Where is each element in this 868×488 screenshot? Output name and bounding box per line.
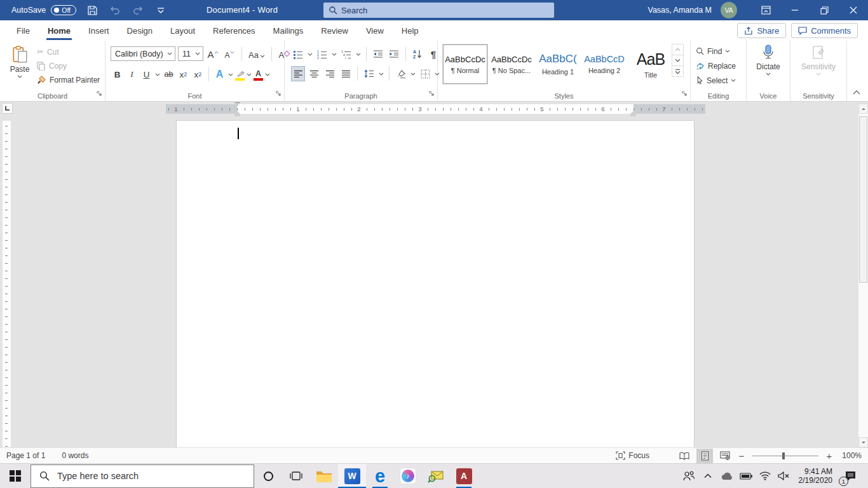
underline-menu[interactable] xyxy=(154,73,161,76)
comments-button[interactable]: Comments xyxy=(791,23,858,38)
highlight-button[interactable] xyxy=(235,67,245,82)
tab-file[interactable]: File xyxy=(8,20,39,41)
style-no-spacing[interactable]: AaBbCcDc ¶ No Spac... xyxy=(489,44,534,84)
share-button[interactable]: Share xyxy=(737,23,786,38)
tab-help[interactable]: Help xyxy=(393,20,428,41)
task-view-button[interactable] xyxy=(282,464,310,488)
find-button[interactable]: Find xyxy=(696,44,736,58)
numbering-button[interactable]: 123 xyxy=(315,46,329,62)
undo-button[interactable] xyxy=(108,3,122,18)
copy-button[interactable]: Copy xyxy=(37,59,67,72)
mail-search-taskbar-button[interactable] xyxy=(422,464,450,488)
numbering-menu[interactable] xyxy=(331,53,337,56)
replace-button[interactable]: bc Replace xyxy=(696,59,736,72)
sensitivity-button[interactable]: Sensitivity xyxy=(790,43,846,76)
restore-button[interactable] xyxy=(810,0,839,20)
search-box[interactable]: Search xyxy=(323,3,554,18)
file-explorer-button[interactable] xyxy=(310,464,338,488)
taskbar-clock[interactable]: 9:41 AM 2/19/2020 xyxy=(794,467,837,485)
tab-home[interactable]: Home xyxy=(39,20,79,41)
font-color-menu[interactable] xyxy=(264,73,271,76)
align-center-button[interactable] xyxy=(307,66,321,81)
access-taskbar-button[interactable]: A xyxy=(450,464,478,488)
autosave-toggle[interactable]: AutoSave Off xyxy=(11,5,76,15)
shading-button[interactable] xyxy=(394,66,408,81)
superscript-button[interactable]: x2 xyxy=(191,67,205,82)
web-layout-button[interactable] xyxy=(717,449,733,463)
action-center-button[interactable]: 1 xyxy=(837,464,863,488)
justify-button[interactable] xyxy=(339,66,353,81)
styles-dialog-launcher[interactable] xyxy=(681,88,688,99)
style-title[interactable]: AaB Title xyxy=(628,44,673,84)
styles-scroll-down-button[interactable] xyxy=(672,55,684,66)
document-page[interactable] xyxy=(177,121,694,447)
paste-button[interactable]: Paste xyxy=(5,43,34,90)
vertical-scrollbar[interactable] xyxy=(858,104,868,447)
save-button[interactable] xyxy=(85,3,99,18)
bold-button[interactable]: B xyxy=(111,67,124,82)
clipboard-dialog-launcher[interactable] xyxy=(96,88,102,99)
tab-review[interactable]: Review xyxy=(312,20,357,41)
scrollbar-thumb[interactable] xyxy=(859,116,867,283)
paragraph-dialog-launcher[interactable] xyxy=(428,88,435,99)
ribbon-display-options-button[interactable] xyxy=(751,0,780,20)
decrease-indent-button[interactable] xyxy=(371,46,385,62)
multilevel-list-button[interactable]: 1ai xyxy=(339,46,353,62)
zoom-slider-handle[interactable] xyxy=(782,452,785,459)
underline-button[interactable]: U xyxy=(140,67,153,82)
battery-tray-icon[interactable] xyxy=(736,464,756,488)
zoom-slider[interactable] xyxy=(752,452,818,459)
itunes-taskbar-button[interactable]: ♪ xyxy=(394,464,422,488)
close-button[interactable] xyxy=(839,0,868,20)
style-normal[interactable]: AaBbCcDc ¶ Normal xyxy=(443,44,487,84)
italic-button[interactable]: I xyxy=(125,67,139,82)
tab-design[interactable]: Design xyxy=(118,20,161,41)
cortana-button[interactable] xyxy=(254,464,282,488)
print-layout-button[interactable] xyxy=(696,449,713,463)
borders-button[interactable] xyxy=(418,66,432,81)
account-name[interactable]: Vasas, Amanda M xyxy=(648,6,712,15)
redo-button[interactable] xyxy=(131,3,145,18)
tab-references[interactable]: References xyxy=(204,20,264,41)
quick-access-toolbar-menu[interactable] xyxy=(154,3,168,18)
zoom-out-button[interactable]: − xyxy=(737,451,746,461)
font-name-combobox[interactable]: Calibri (Body) xyxy=(111,46,175,61)
page-count[interactable]: Page 1 of 1 xyxy=(6,451,45,460)
tab-stop-selector[interactable] xyxy=(2,103,13,114)
strikethrough-button[interactable]: ab xyxy=(162,67,175,82)
font-dialog-launcher[interactable] xyxy=(275,88,281,99)
highlight-menu[interactable] xyxy=(246,73,252,76)
dictate-button[interactable]: Dictate xyxy=(747,43,790,76)
volume-muted-tray-icon[interactable] xyxy=(775,464,794,488)
zoom-in-button[interactable]: + xyxy=(825,451,834,461)
select-button[interactable]: Select xyxy=(696,74,736,87)
edge-taskbar-button[interactable]: e xyxy=(366,464,394,488)
horizontal-ruler[interactable]: 1 1 2 3 4 5 6 7 xyxy=(166,104,705,114)
taskbar-search-input[interactable]: Type here to search xyxy=(31,464,254,488)
minimize-button[interactable] xyxy=(780,0,810,20)
format-painter-button[interactable]: Format Painter xyxy=(37,73,100,86)
change-case-button[interactable]: Aa xyxy=(247,46,266,61)
cut-button[interactable]: ✂ Cut xyxy=(37,45,59,58)
start-button[interactable] xyxy=(0,464,31,488)
align-right-button[interactable] xyxy=(323,66,337,81)
bullets-menu[interactable] xyxy=(307,53,313,56)
tab-layout[interactable]: Layout xyxy=(161,20,204,41)
tab-view[interactable]: View xyxy=(357,20,393,41)
style-heading-1[interactable]: AaBbC( Heading 1 xyxy=(536,44,580,84)
align-left-button[interactable] xyxy=(291,66,305,81)
text-effects-button[interactable]: A xyxy=(213,67,226,82)
text-effects-menu[interactable] xyxy=(227,73,234,76)
font-size-combobox[interactable]: 11 xyxy=(178,46,203,61)
onedrive-tray-icon[interactable] xyxy=(717,464,736,488)
scroll-up-button[interactable] xyxy=(858,104,868,114)
wifi-tray-icon[interactable] xyxy=(756,464,775,488)
styles-gallery-more-button[interactable] xyxy=(672,65,684,77)
multilevel-list-menu[interactable] xyxy=(355,53,362,56)
line-spacing-menu[interactable] xyxy=(378,72,384,76)
style-heading-2[interactable]: AaBbCcD Heading 2 xyxy=(582,44,627,84)
line-spacing-button[interactable] xyxy=(362,66,376,81)
shrink-font-button[interactable]: A xyxy=(222,46,236,61)
sort-button[interactable]: AZ xyxy=(410,46,424,62)
scroll-down-button[interactable] xyxy=(858,437,868,447)
